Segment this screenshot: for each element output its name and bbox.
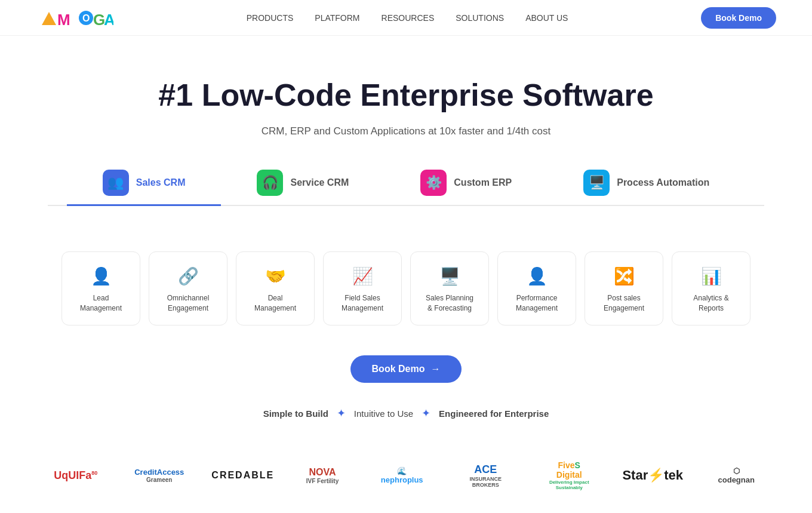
sales-planning-label: Sales Planning& Forecasting	[426, 293, 473, 314]
logo-credable: CREDABLE	[213, 465, 273, 486]
custom-erp-icon: ⚙️	[420, 170, 447, 196]
nav-resources[interactable]: RESOURCES	[382, 13, 435, 23]
tagline-dot1: ✦	[337, 407, 346, 420]
logo-startek: Star⚡tek	[623, 463, 682, 488]
logo-codegnan-text: ⬡ codegnan	[716, 466, 756, 484]
logo-nova-text: NOVA IVF Fertility	[306, 467, 339, 484]
feature-deal-management[interactable]: 🤝 DealManagement	[236, 251, 315, 326]
hero-subtext: CRM, ERP and Custom Applications at 10x …	[12, 125, 800, 137]
feature-sales-planning[interactable]: 🖥️ Sales Planning& Forecasting	[410, 251, 489, 326]
nav-products[interactable]: PRODUCTS	[247, 13, 294, 23]
nav-links: PRODUCTS PLATFORM RESOURCES SOLUTIONS AB…	[247, 13, 568, 23]
logo-credable-text: CREDABLE	[211, 470, 274, 481]
feature-field-sales[interactable]: 📈 Field SalesManagement	[323, 251, 402, 326]
sales-planning-icon: 🖥️	[439, 266, 460, 286]
logo-codegnan: ⬡ codegnan	[706, 462, 766, 489]
hero-section: #1 Low-Code Enterprise Software CRM, ERP…	[0, 36, 812, 230]
hero-headline: #1 Low-Code Enterprise Software	[12, 78, 800, 113]
tab-service-crm-label: Service CRM	[290, 177, 349, 188]
logo-nephroplus-text: 🌊 nephroplus	[381, 466, 423, 484]
tab-sales-crm-label: Sales CRM	[136, 177, 186, 188]
performance-management-icon: 👤	[527, 266, 548, 286]
logo-fives-text: FiveS Digital Delivering Impact Sustaina…	[549, 460, 589, 490]
client-logos: UqUIFa80 CreditAccess Grameen CREDABLE N…	[0, 432, 812, 513]
logo-a2: A	[104, 11, 113, 29]
tab-process-automation[interactable]: 🖥️ Process Automation	[548, 161, 745, 206]
tagline-part3: Engineered for Enterprise	[439, 408, 549, 419]
feature-lead-management[interactable]: 👤 LeadManagement	[61, 251, 140, 326]
tab-custom-erp-label: Custom ERP	[454, 177, 512, 188]
navbar: M O G A PRODUCTS PLATFORM RESOURCES SOLU…	[0, 0, 812, 36]
sales-crm-icon: 👥	[103, 170, 129, 196]
analytics-icon: 📊	[701, 266, 722, 286]
feature-post-sales[interactable]: 🔀 Post salesEngagement	[585, 251, 663, 326]
post-sales-label: Post salesEngagement	[604, 293, 644, 314]
performance-management-label: PerformanceManagement	[516, 293, 558, 314]
nav-book-demo-button[interactable]: Book Demo	[701, 7, 776, 29]
logo-fives: FiveS Digital Delivering Impact Sustaina…	[539, 456, 599, 495]
feature-cards: 👤 LeadManagement 🔗 OmnichannelEngagement…	[24, 230, 788, 338]
logo-ace-text: ACE INSURANCE BROKERS	[465, 463, 506, 488]
logo-nephroplus: 🌊 nephroplus	[372, 462, 432, 489]
book-demo-label: Book Demo	[372, 364, 425, 374]
book-demo-arrow: →	[430, 364, 440, 374]
deal-management-label: DealManagement	[254, 293, 296, 314]
nav-about[interactable]: ABOUT US	[525, 13, 568, 23]
tagline-part1: Simple to Build	[263, 408, 328, 419]
process-automation-icon: 🖥️	[583, 170, 610, 196]
logo-o-text: O	[82, 13, 90, 23]
analytics-label: Analytics &Reports	[693, 293, 728, 314]
logo-creditaccess-text: CreditAccess Grameen	[134, 468, 184, 483]
feature-omnichannel[interactable]: 🔗 OmnichannelEngagement	[149, 251, 227, 326]
field-sales-label: Field SalesManagement	[342, 293, 383, 314]
logo-nova: NOVA IVF Fertility	[297, 462, 348, 489]
omnichannel-label: OmnichannelEngagement	[167, 293, 210, 314]
logo-svg: M O G A	[36, 6, 113, 30]
tagline-part2: Intuitive to Use	[354, 408, 413, 419]
product-tabs: 👥 Sales CRM 🎧 Service CRM ⚙️ Custom ERP …	[48, 161, 764, 206]
field-sales-icon: 📈	[352, 266, 373, 286]
lead-management-icon: 👤	[91, 266, 112, 286]
logo-uquifa: UqUIFa80	[46, 465, 106, 487]
lead-management-label: LeadManagement	[80, 293, 122, 314]
tab-sales-crm[interactable]: 👥 Sales CRM	[67, 161, 222, 206]
tab-process-automation-label: Process Automation	[617, 177, 709, 188]
logo-m: M	[57, 11, 70, 29]
logo-triangle	[42, 12, 56, 25]
tab-service-crm[interactable]: 🎧 Service CRM	[221, 161, 385, 206]
tab-custom-erp[interactable]: ⚙️ Custom ERP	[385, 161, 548, 206]
post-sales-icon: 🔀	[614, 266, 635, 286]
logo: M O G A	[36, 6, 113, 30]
logo-startek-text: Star⚡tek	[622, 468, 683, 483]
tagline-section: Simple to Build ✦ Intuitive to Use ✦ Eng…	[0, 395, 812, 432]
deal-management-icon: 🤝	[265, 266, 286, 286]
service-crm-icon: 🎧	[257, 170, 283, 196]
omnichannel-icon: 🔗	[178, 266, 199, 286]
cta-section: Book Demo →	[0, 337, 812, 395]
feature-analytics[interactable]: 📊 Analytics &Reports	[672, 251, 751, 326]
feature-performance-management[interactable]: 👤 PerformanceManagement	[497, 251, 576, 326]
nav-solutions[interactable]: SOLUTIONS	[456, 13, 504, 23]
nav-platform[interactable]: PLATFORM	[315, 13, 359, 23]
logo-creditaccess: CreditAccess Grameen	[130, 463, 189, 488]
hero-book-demo-button[interactable]: Book Demo →	[350, 355, 462, 383]
logo-ace: ACE INSURANCE BROKERS	[456, 459, 515, 493]
logo-uquifa-text: UqUIFa80	[54, 469, 97, 482]
tagline-dot2: ✦	[422, 407, 430, 420]
